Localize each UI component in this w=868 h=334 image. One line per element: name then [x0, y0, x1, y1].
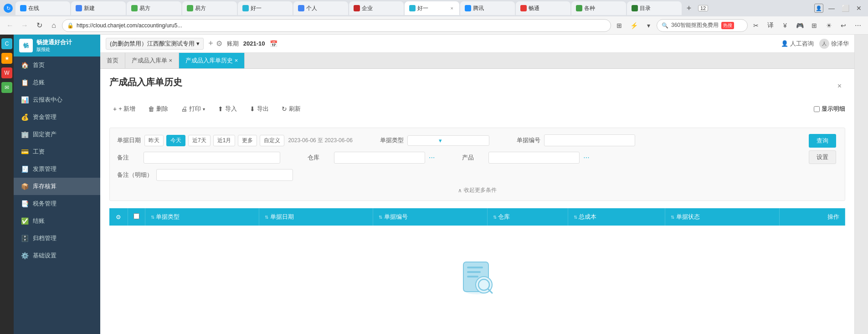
date-custom-btn[interactable]: 自定义	[260, 135, 284, 146]
maximize-button[interactable]: ⬜	[840, 3, 851, 14]
search-bar-ext[interactable]: 🔍 360智能抠图免费用 热搜	[657, 19, 748, 32]
forward-button[interactable]: →	[18, 19, 31, 32]
collapse-btn[interactable]: ∧ 收起更多条件	[458, 186, 497, 194]
ai-service-btn[interactable]: 👤 人工咨询	[781, 40, 814, 48]
currency-icon-btn[interactable]: ¥	[779, 19, 791, 32]
add-button[interactable]: +	[208, 39, 213, 48]
sidebar-item-payroll[interactable]: 💳 工资	[14, 143, 100, 160]
company-selector[interactable]: (勿删勿禁用）江西酿宝测试专用 ▾	[106, 38, 204, 50]
sidebar-item-funds[interactable]: 💰 资金管理	[14, 108, 100, 126]
settings-button[interactable]: 设置	[809, 150, 836, 164]
user-info[interactable]: 人 徐泽华	[819, 39, 849, 49]
more-icon-btn[interactable]: ⋯	[852, 19, 864, 32]
table-docstatus-header[interactable]: ⇅ 单据状态	[665, 208, 779, 226]
warehouse-dots[interactable]: ···	[429, 154, 435, 162]
doc-type-select[interactable]: ▾	[407, 135, 489, 146]
export-btn[interactable]: ⬇ 导出	[246, 103, 272, 115]
settings-icon-btn[interactable]: ⚙	[216, 39, 222, 48]
new-tab-button[interactable]: +	[683, 2, 695, 15]
sidebar-item-basic[interactable]: ⚙️ 基础设置	[14, 247, 100, 264]
tab-8-close[interactable]: ×	[449, 5, 455, 11]
date-today-btn[interactable]: 今天	[166, 135, 185, 146]
table-checkbox-header[interactable]	[128, 208, 145, 226]
theme-icon-btn[interactable]: ☀	[822, 19, 835, 32]
icon-sidebar-weibo[interactable]: W	[1, 67, 12, 78]
delete-btn[interactable]: 🗑 删除	[144, 103, 172, 115]
translate-icon-btn[interactable]: 译	[764, 19, 777, 32]
tab-11[interactable]: 各种	[571, 1, 626, 15]
icon-sidebar-mail[interactable]: ✉	[1, 82, 12, 93]
table-doctype-header[interactable]: ⇅ 单据类型	[145, 208, 259, 226]
display-checkbox[interactable]	[814, 106, 820, 112]
import-btn[interactable]: ⬆ 导入	[214, 103, 241, 115]
back-button[interactable]: ←	[4, 19, 16, 32]
tab-12[interactable]: 目录	[627, 1, 682, 15]
date-more-btn[interactable]: 更多	[238, 135, 257, 146]
tab-7[interactable]: 企业	[349, 1, 404, 15]
doc-no-input[interactable]	[544, 134, 635, 146]
tab-4[interactable]: 易方	[182, 1, 237, 15]
product-dots[interactable]: ···	[583, 154, 589, 162]
minimize-button[interactable]: —	[826, 3, 837, 14]
tab-10[interactable]: 畅通	[516, 1, 570, 15]
dropdown-arrow-btn[interactable]: ▾	[642, 19, 655, 32]
breadcrumb-home[interactable]: 首页	[100, 53, 125, 68]
address-bar[interactable]: 🔒 https://cloud.chanjet.com/accounting/u…	[62, 19, 611, 32]
tab-inventory-list[interactable]: 产成品入库单 ×	[125, 53, 179, 68]
print-btn[interactable]: 🖨 打印	[177, 103, 209, 115]
tab-counter[interactable]: 12	[698, 5, 708, 11]
sidebar-item-ledger[interactable]: 📋 总账	[14, 74, 100, 91]
date-7days-btn[interactable]: 近7天	[188, 135, 211, 146]
sidebar-item-checkout[interactable]: ✅ 结账	[14, 212, 100, 230]
tab-5[interactable]: 好一	[238, 1, 293, 15]
icon-sidebar-chanjet[interactable]: C	[1, 38, 12, 49]
page-close-button[interactable]: ×	[837, 82, 842, 90]
undo-icon-btn[interactable]: ↩	[837, 19, 850, 32]
date-yesterday-btn[interactable]: 昨天	[144, 135, 164, 146]
new-btn[interactable]: + + 新增	[109, 103, 139, 115]
query-button[interactable]: 查询	[809, 134, 836, 148]
tab-8-active[interactable]: 好一 ×	[405, 1, 459, 15]
empty-state-icon	[454, 253, 500, 298]
tab-1[interactable]: 在线	[15, 1, 70, 15]
table-warehouse-header[interactable]: ⇅ 仓库	[487, 208, 568, 226]
tab-9[interactable]: 腾讯	[460, 1, 515, 15]
grid-icon-btn[interactable]: ⊞	[613, 19, 626, 32]
close-button[interactable]: ✕	[853, 3, 864, 14]
scissors-icon-btn[interactable]: ✂	[750, 19, 762, 32]
tab-3[interactable]: 易方	[127, 1, 181, 15]
select-all-checkbox[interactable]	[134, 213, 139, 219]
game-icon-btn[interactable]: 🎮	[793, 19, 806, 32]
product-label: 产品	[462, 154, 485, 162]
sort-docdate-icon: ⇅	[265, 215, 268, 220]
table-docno-header[interactable]: ⇅ 单据编号	[373, 208, 487, 226]
tab-bar: ↻ 在线 新建 易方 易方 好一 个人 企业	[0, 0, 868, 16]
calendar-icon[interactable]: 📅	[270, 40, 277, 47]
tab-2[interactable]: 新建	[71, 1, 126, 15]
profile-icon[interactable]: 👤	[814, 4, 823, 13]
lightning-icon-btn[interactable]: ⚡	[627, 19, 640, 32]
refresh-button[interactable]: ↻	[33, 19, 46, 32]
warehouse-input[interactable]	[334, 152, 425, 164]
icon-sidebar-star[interactable]: ★	[1, 53, 12, 64]
sidebar-item-report[interactable]: 📊 云报表中心	[14, 91, 100, 108]
date-1month-btn[interactable]: 近1月	[213, 135, 236, 146]
apps-icon-btn[interactable]: ⊞	[808, 19, 821, 32]
table-totalcost-header[interactable]: ⇅ 总成本	[568, 208, 665, 226]
sidebar-item-assets[interactable]: 🏢 固定资产	[14, 126, 100, 143]
remark-input[interactable]	[144, 152, 280, 164]
table-docdate-header[interactable]: ⇅ 单据日期	[259, 208, 373, 226]
sidebar-item-invoice[interactable]: 🧾 发票管理	[14, 160, 100, 178]
sidebar-item-home[interactable]: 🏠 首页	[14, 57, 100, 74]
tab-inventory-history[interactable]: 产成品入库单历史 ×	[179, 53, 245, 68]
refresh-btn[interactable]: ↻ 刷新	[278, 103, 304, 115]
table-gear-header[interactable]: ⚙	[109, 208, 128, 226]
product-input[interactable]	[488, 152, 580, 164]
content-topbar: (勿删勿禁用）江西酿宝测试专用 ▾ + ⚙ 账期 2021-10 📅 👤 人工咨…	[100, 35, 854, 53]
remark-detail-input[interactable]	[156, 169, 293, 181]
tab-6[interactable]: 个人	[293, 1, 348, 15]
sidebar-item-inventory[interactable]: 📦 库存核算	[14, 178, 100, 195]
home-button[interactable]: ⌂	[47, 19, 60, 32]
sidebar-item-archive[interactable]: 🗄️ 归档管理	[14, 230, 100, 247]
sidebar-item-tax[interactable]: 📑 税务管理	[14, 195, 100, 212]
